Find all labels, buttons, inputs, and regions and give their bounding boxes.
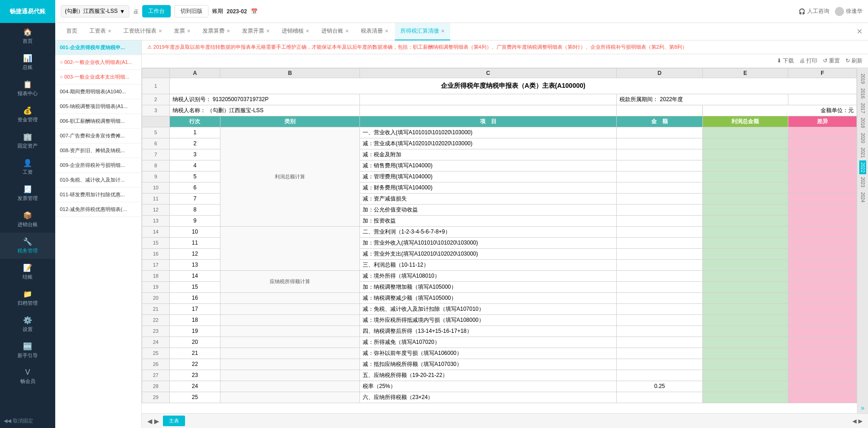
workbench-button[interactable]: 工作台: [142, 5, 171, 17]
empty-d3: [617, 105, 702, 116]
sidebar-pin-toggle[interactable]: ◀◀ 取消固定: [0, 414, 55, 428]
year-2018[interactable]: 2018: [859, 116, 866, 130]
refresh-button[interactable]: ↻ 刷新: [845, 57, 862, 65]
col-c-header: C: [359, 68, 617, 78]
tab-ps-ledger[interactable]: 进销台账 ✕: [316, 23, 354, 40]
row-3-num: 3: [142, 105, 170, 116]
year-2024[interactable]: 2024: [859, 190, 866, 204]
list-item-010[interactable]: 010-免税、减计收入及加计...: [55, 173, 141, 188]
tab-tax-clear[interactable]: 税表清册 ✕: [355, 23, 394, 40]
list-item-011[interactable]: 011-研发费用加计扣除优惠...: [55, 188, 141, 202]
company-name: (勾删）江西服宝-LSS: [65, 7, 118, 15]
col-f-header: F: [788, 68, 856, 78]
scroll-right-icon[interactable]: ▶: [858, 418, 862, 424]
year-panel-expand[interactable]: »: [859, 402, 867, 413]
year-2023[interactable]: 2023: [859, 175, 866, 189]
sidebar-item-purchase-sales[interactable]: 📦 进销台账: [0, 206, 55, 233]
sidebar-item-label: 固定资产: [17, 143, 38, 149]
taxpayer-id-value: 91320500703719732P: [213, 96, 268, 103]
sidebar: 畅捷通易代账 🏠 首页 📊 总账 📋 报表中心 💰 资金管理 🏢 固定资产 👤 …: [0, 0, 55, 428]
user-avatar: [835, 7, 844, 16]
tab-invoice-fee-close[interactable]: ✕: [226, 29, 230, 34]
taxpayer-id-label: 纳税人识别号：: [173, 96, 211, 103]
row-1-num: 1: [142, 78, 170, 94]
tab-ps-check-close[interactable]: ✕: [306, 29, 309, 34]
tab-home[interactable]: 首页: [61, 23, 83, 40]
download-button[interactable]: ⬇ 下载: [777, 57, 794, 65]
sidebar-item-report[interactable]: 📋 报表中心: [0, 75, 55, 102]
header-quane: 金 额: [617, 116, 702, 127]
tab-invoice[interactable]: 发票 ✕: [168, 23, 196, 40]
year-panel: 2019 2016 2017 2018 2020 2021 2022 2023 …: [857, 68, 868, 414]
sidebar-item-ledger[interactable]: 📊 总账: [0, 49, 55, 75]
bottom-tabs: ◀ ▶ 主表 ◀ ▶: [142, 413, 868, 428]
list-item-012[interactable]: 012-减免所得税优惠明细表(…: [55, 202, 141, 217]
header-xuhao: 行次: [169, 116, 220, 127]
calendar-icon[interactable]: 📅: [251, 8, 258, 15]
consult-button[interactable]: 🎧 人工咨询: [799, 7, 829, 15]
list-item-006[interactable]: 006-职工薪酬纳税调整明细...: [55, 114, 141, 129]
scroll-left-icon[interactable]: ◀: [852, 418, 856, 424]
sidebar-item-label: 工资: [23, 169, 33, 176]
tab-payroll-stats-close[interactable]: ✕: [158, 29, 162, 34]
sheet-next-icon[interactable]: ▶: [154, 417, 159, 425]
sheet-prev-icon[interactable]: ◀: [147, 417, 152, 425]
sidebar-item-close[interactable]: 📝 结账: [0, 259, 55, 285]
sidebar-item-payroll[interactable]: 👤 工资: [0, 154, 55, 180]
switch-old-button[interactable]: 切到旧版: [174, 5, 208, 17]
company-selector[interactable]: (勾删）江西服宝-LSS ▼: [61, 5, 129, 17]
form-list-panel: 001-企业所得税年度纳税申... 002-一般企业收入明细表(A1... 00…: [55, 40, 142, 428]
tab-income-tax-close[interactable]: ✕: [441, 29, 445, 34]
year-2016[interactable]: 2016: [859, 86, 866, 100]
list-item-007[interactable]: 007-广告费和业务宣传费摊...: [55, 129, 141, 143]
tab-ps-ledger-close[interactable]: ✕: [345, 29, 349, 34]
user-profile[interactable]: 徐逢华: [835, 7, 862, 16]
year-2021[interactable]: 2021: [859, 146, 866, 160]
tab-invoice-fee[interactable]: 发票算费 ✕: [197, 23, 236, 40]
sidebar-item-settings[interactable]: ⚙️ 设置: [0, 311, 55, 337]
print-icon[interactable]: 🖨: [133, 8, 139, 15]
sidebar-item-label: 报表中心: [17, 90, 38, 97]
tab-income-tax[interactable]: 所得税汇算清缴 ✕: [395, 23, 450, 40]
tab-invoice-close[interactable]: ✕: [187, 29, 191, 34]
sidebar-item-tax[interactable]: 🔧 税务管理: [0, 233, 55, 259]
sidebar-item-guide[interactable]: 🆕 新手引导: [0, 337, 55, 364]
sidebar-item-label: 新手引导: [17, 352, 38, 359]
year-2022[interactable]: 2022: [859, 160, 866, 174]
sidebar-item-label: 首页: [23, 38, 33, 45]
table-container[interactable]: A B C D E F 1 企业所: [142, 68, 868, 414]
sidebar-item-fund[interactable]: 💰 资金管理: [0, 102, 55, 128]
tab-payroll-close[interactable]: ✕: [108, 29, 111, 34]
sidebar-item-archive[interactable]: 📁 归档管理: [0, 285, 55, 311]
sidebar-item-invoice[interactable]: 🧾 发票管理: [0, 180, 55, 206]
sidebar-item-label: 发票管理: [17, 195, 38, 202]
assets-icon: 🏢: [23, 132, 32, 141]
year-2020[interactable]: 2020: [859, 131, 866, 145]
tab-invoice-open[interactable]: 发票开票 ✕: [237, 23, 275, 40]
list-item-001[interactable]: 001-企业所得税年度纳税申...: [55, 40, 141, 55]
list-item-009[interactable]: 009-企业所得税补亏损明细...: [55, 158, 141, 173]
list-item-008[interactable]: 008-资产折旧、摊销及纳税...: [55, 143, 141, 158]
tab-ps-check[interactable]: 进销稽核 ✕: [276, 23, 315, 40]
sidebar-item-home[interactable]: 🏠 首页: [0, 23, 55, 49]
list-item-004[interactable]: 004-期间费用明细表(A1040...: [55, 85, 141, 99]
tab-tax-clear-close[interactable]: ✕: [385, 29, 388, 34]
empty-f2: [788, 94, 856, 105]
sheet-tab-main[interactable]: 主表: [163, 416, 185, 426]
year-2019[interactable]: 2019: [859, 72, 866, 86]
tab-payroll-stats[interactable]: 工资统计报表 ✕: [118, 23, 168, 40]
print-button[interactable]: 🖨 打印: [799, 57, 817, 65]
tab-ps-check-label: 进销稽核: [282, 27, 304, 35]
sidebar-item-member[interactable]: V 畅会员: [0, 364, 55, 389]
list-item-005[interactable]: 005-纳税调整项目明细表(A1...: [55, 99, 141, 114]
sidebar-item-assets[interactable]: 🏢 固定资产: [0, 128, 55, 154]
list-item-002[interactable]: 002-一般企业收入明细表(A1...: [55, 55, 141, 70]
nav-close-all[interactable]: ✕: [856, 27, 862, 36]
year-2017[interactable]: 2017: [859, 101, 866, 115]
taxpayer-name-value: （勾删）江西服宝-LSS: [207, 107, 264, 114]
list-item-003[interactable]: 003-一般企业成本支出明细...: [55, 70, 141, 85]
tab-invoice-open-close[interactable]: ✕: [266, 29, 270, 34]
reset-button[interactable]: ↺ 重置: [823, 57, 840, 65]
tax-icon: 🔧: [23, 237, 32, 246]
tab-payroll[interactable]: 工资表 ✕: [84, 23, 117, 40]
